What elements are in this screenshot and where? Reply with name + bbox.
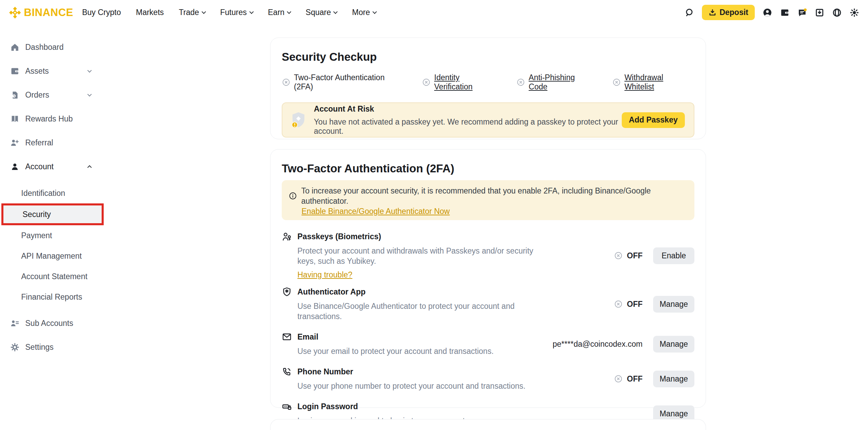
sidebar-item-label: Orders	[25, 90, 49, 100]
nav-trade[interactable]: Trade	[179, 8, 205, 17]
sidebar-item-identification[interactable]: Identification	[0, 183, 105, 203]
sidebar-item-dashboard[interactable]: Dashboard	[0, 40, 105, 55]
having-trouble-link[interactable]: Having trouble?	[297, 270, 352, 280]
row-title-label: Login Password	[297, 401, 358, 412]
sidebar-item-label: Dashboard	[25, 43, 64, 52]
gear-icon	[10, 343, 19, 352]
profile-button[interactable]	[763, 8, 772, 17]
manage-phone-button[interactable]: Manage	[653, 371, 694, 387]
checkup-item-label[interactable]: Identity Verification	[434, 73, 499, 91]
chevron-down-icon	[287, 10, 291, 14]
sidebar-item-assets[interactable]: Assets	[0, 63, 105, 78]
checkup-item-anti-phishing-code[interactable]: Anti-Phishing Code	[516, 73, 595, 91]
nav-futures-label: Futures	[220, 8, 247, 17]
row-title-label: Phone Number	[297, 367, 353, 377]
enable-authenticator-link[interactable]: Enable Binance/Google Authenticator Now	[301, 206, 450, 216]
sidebar-item-label: API Management	[21, 252, 82, 261]
download-app-button[interactable]	[815, 8, 824, 17]
row-description: Use Binance/Google Authenticator to prot…	[297, 301, 550, 321]
search-button[interactable]	[685, 8, 694, 17]
checkup-item-label[interactable]: Anti-Phishing Code	[529, 73, 595, 91]
circled-x-icon	[516, 78, 525, 87]
checkup-item-label[interactable]: Withdrawal Whitelist	[624, 73, 694, 91]
phone-icon	[282, 367, 292, 377]
chevron-down-icon	[372, 10, 377, 14]
sidebar-item-label: Assets	[25, 67, 49, 76]
sidebar-item-security[interactable]: Security	[1, 203, 104, 225]
nav-trade-label: Trade	[179, 8, 199, 17]
sidebar-item-account[interactable]: Account	[0, 159, 105, 174]
binance-logo[interactable]: BINANCE	[9, 6, 73, 19]
profile-icon	[763, 8, 772, 17]
sidebar-item-orders[interactable]: Orders	[0, 87, 105, 102]
sidebar-item-sub-accounts[interactable]: Sub Accounts	[0, 316, 105, 331]
sidebar-item-rewards-hub[interactable]: Rewards Hub	[0, 111, 105, 126]
row-title: Authenticator App	[282, 287, 614, 297]
theme-toggle-button[interactable]	[850, 8, 859, 17]
sidebar-item-label: Security	[23, 210, 51, 219]
nav-markets[interactable]: Markets	[136, 8, 164, 17]
checkup-item-2fa: Two-Factor Authentication (2FA)	[282, 73, 405, 91]
twofa-title: Two-Factor Authentication (2FA)	[282, 162, 694, 175]
twofa-notice: To increase your account security, it is…	[282, 180, 694, 220]
status-label: OFF	[627, 374, 643, 384]
sidebar-item-settings[interactable]: Settings	[0, 340, 105, 355]
chevron-down-icon	[202, 10, 206, 14]
add-passkey-button[interactable]: Add Passkey	[622, 112, 685, 128]
row-title-label: Passkeys (Biometrics)	[297, 231, 381, 242]
status-off: OFF	[614, 300, 643, 309]
sidebar-item-label: Rewards Hub	[25, 114, 73, 124]
account-at-risk-banner: Account At Risk You have not activated a…	[282, 102, 694, 138]
status-off: OFF	[614, 374, 643, 384]
sidebar-item-label: Payment	[21, 231, 52, 240]
sidebar-item-referral[interactable]: Referral	[0, 135, 105, 150]
row-description: Use your phone number to protect your ac…	[297, 381, 550, 391]
circled-x-icon	[614, 374, 623, 383]
row-content: Passkeys (Biometrics) Protect your accou…	[282, 231, 614, 280]
checkup-item-withdrawal-whitelist[interactable]: Withdrawal Whitelist	[612, 73, 694, 91]
support-chat-button[interactable]	[797, 8, 807, 17]
circled-x-icon	[614, 251, 623, 260]
row-title-label: Email	[297, 332, 318, 342]
search-icon	[685, 8, 694, 17]
deposit-button[interactable]: Deposit	[702, 5, 755, 20]
circled-x-icon	[422, 78, 431, 87]
twofa-row-phone: Phone Number Use your phone number to pr…	[282, 367, 694, 391]
enable-passkeys-button[interactable]: Enable	[653, 247, 694, 264]
checkup-item-identity-verification[interactable]: Identity Verification	[422, 73, 499, 91]
status-off: OFF	[614, 251, 643, 260]
security-checkup-card: Security Checkup Two-Factor Authenticati…	[270, 38, 706, 139]
nav-buy-crypto[interactable]: Buy Crypto	[82, 8, 121, 17]
sidebar-item-payment[interactable]: Payment	[0, 225, 105, 246]
status-label: OFF	[627, 251, 643, 260]
sub-accounts-icon	[10, 319, 19, 328]
row-actions: pe****da@coincodex.com Manage	[553, 336, 694, 353]
nav-square[interactable]: Square	[306, 8, 337, 17]
nav-square-label: Square	[306, 8, 331, 17]
wallet-button[interactable]	[780, 8, 790, 17]
sidebar-item-label: Sub Accounts	[25, 319, 73, 328]
globe-icon	[832, 8, 842, 17]
account-icon	[10, 162, 19, 171]
nav-earn[interactable]: Earn	[268, 8, 291, 17]
primary-nav: Buy Crypto Markets Trade Futures Earn Sq…	[82, 8, 376, 17]
sidebar-item-account-statement[interactable]: Account Statement	[0, 266, 105, 287]
wallet-icon	[780, 8, 790, 17]
row-description: Protect your account and withdrawals wit…	[297, 246, 550, 266]
authenticator-shield-icon	[282, 287, 292, 297]
row-title-label: Authenticator App	[297, 287, 366, 297]
navbar-actions: Deposit	[685, 5, 859, 20]
nav-more-label: More	[352, 8, 370, 17]
manage-email-button[interactable]: Manage	[653, 336, 694, 353]
sidebar-item-api-management[interactable]: API Management	[0, 246, 105, 266]
banner-title: Account At Risk	[314, 104, 622, 114]
circled-x-icon	[614, 300, 623, 309]
masked-email-value: pe****da@coincodex.com	[553, 340, 643, 349]
twofa-row-email: Email Use your email to protect your acc…	[282, 332, 694, 356]
nav-more[interactable]: More	[352, 8, 376, 17]
sidebar-item-financial-reports[interactable]: Financial Reports	[0, 287, 105, 307]
nav-futures[interactable]: Futures	[220, 8, 253, 17]
language-button[interactable]	[832, 8, 842, 17]
manage-authenticator-button[interactable]: Manage	[653, 296, 694, 313]
sidebar-item-label: Financial Reports	[21, 292, 82, 302]
